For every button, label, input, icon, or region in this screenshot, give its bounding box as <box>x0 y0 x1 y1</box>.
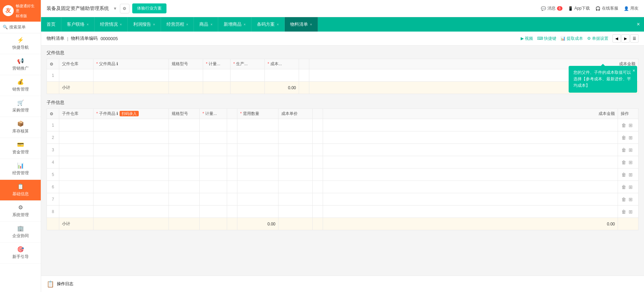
child-row-2-unit-price[interactable] <box>278 131 313 144</box>
prev-page-button[interactable]: ◀ <box>612 34 621 43</box>
child-row-6-copy-button[interactable]: ⊞ <box>628 184 633 190</box>
child-row-6-spec[interactable] <box>169 181 200 193</box>
child-row-2-warehouse[interactable] <box>59 131 94 144</box>
nav-tab-6[interactable]: 新增商品× <box>218 17 251 32</box>
trial-button[interactable]: 体验行业方案 <box>132 3 166 13</box>
child-row-4-warehouse[interactable] <box>59 156 94 168</box>
sidebar-item-inventory[interactable]: 📦库存核算 <box>0 117 41 138</box>
child-row-6-qty[interactable] <box>237 181 278 193</box>
sidebar-item-finance[interactable]: 💳资金管理 <box>0 138 41 159</box>
system-dropdown-icon[interactable]: ▼ <box>113 6 117 11</box>
sidebar-item-sales[interactable]: 💰销售管理 <box>0 75 41 96</box>
nav-tab-8[interactable]: 物料清单× <box>285 17 318 32</box>
child-row-6-unit-price[interactable] <box>278 181 313 193</box>
message-button[interactable]: 💬 消息 6 <box>541 5 562 11</box>
nav-tab-2[interactable]: 经营情况× <box>95 17 128 32</box>
child-row-3-warehouse[interactable] <box>59 144 94 156</box>
child-row-4-delete-button[interactable]: 🗑 <box>621 159 627 166</box>
child-row-2-qty[interactable] <box>237 131 278 144</box>
tab-close-8[interactable]: × <box>310 23 312 26</box>
child-row-5-delete-button[interactable]: 🗑 <box>621 171 627 178</box>
child-row-7-unit[interactable] <box>200 193 227 206</box>
settings-gear-button[interactable]: ⚙ <box>120 4 129 13</box>
child-row-1-qty[interactable] <box>237 119 278 131</box>
child-row-5-qty[interactable] <box>237 168 278 181</box>
nav-tab-5[interactable]: 商品× <box>194 17 218 32</box>
child-row-2-delete-button[interactable]: 🗑 <box>621 134 627 141</box>
child-row-7-warehouse[interactable] <box>59 193 94 206</box>
child-row-8-delete-button[interactable]: 🗑 <box>621 208 627 215</box>
child-row-7-product[interactable] <box>94 193 169 206</box>
child-row-8-product[interactable] <box>94 206 169 218</box>
tab-close-3[interactable]: × <box>153 23 155 26</box>
child-row-4-spec[interactable] <box>169 156 200 168</box>
parent-row-1-cost[interactable] <box>265 69 299 82</box>
child-row-8-warehouse[interactable] <box>59 206 94 218</box>
child-row-8-qty[interactable] <box>237 206 278 218</box>
child-row-1-copy-button[interactable]: ⊞ <box>628 122 633 129</box>
child-row-5-unit-price[interactable] <box>278 168 313 181</box>
child-row-1-warehouse[interactable] <box>59 119 94 131</box>
child-row-6-delete-button[interactable]: 🗑 <box>621 184 627 190</box>
child-row-4-product[interactable] <box>94 156 169 168</box>
search-menu[interactable]: 🔍 搜索菜单 <box>0 22 41 33</box>
child-row-7-unit-price[interactable] <box>278 193 313 206</box>
tab-close-6[interactable]: × <box>244 23 246 26</box>
user-menu[interactable]: 👤 用友 <box>624 5 639 11</box>
tab-close-2[interactable]: × <box>120 23 122 26</box>
nav-tab-7[interactable]: 条码方案× <box>251 17 285 32</box>
nav-tab-0[interactable]: 首页 <box>41 17 61 32</box>
child-row-1-delete-button[interactable]: 🗑 <box>621 122 627 129</box>
parent-row-1-unit[interactable] <box>203 69 231 82</box>
tab-close-5[interactable]: × <box>210 23 212 26</box>
parent-row-1-product[interactable] <box>94 69 169 82</box>
tab-close-7[interactable]: × <box>277 23 279 26</box>
sidebar-item-system[interactable]: ⚙系统管理 <box>0 201 41 222</box>
child-row-6-unit[interactable] <box>200 181 227 193</box>
app-download-button[interactable]: 📱 App下载 <box>568 5 590 11</box>
child-row-3-product[interactable] <box>94 144 169 156</box>
child-row-5-copy-button[interactable]: ⊞ <box>628 171 633 178</box>
nav-tab-3[interactable]: 利润报告× <box>128 17 161 32</box>
child-row-6-product[interactable] <box>94 181 169 193</box>
child-row-7-copy-button[interactable]: ⊞ <box>628 196 633 203</box>
child-row-8-unit[interactable] <box>200 206 227 218</box>
child-row-2-spec[interactable] <box>169 131 200 144</box>
sidebar-item-enterprise[interactable]: 🏢企业协同 <box>0 222 41 243</box>
parent-col-settings[interactable]: ⚙ <box>47 59 59 69</box>
child-row-3-unit[interactable] <box>200 144 227 156</box>
child-row-2-copy-button[interactable]: ⊞ <box>628 134 633 141</box>
child-row-3-delete-button[interactable]: 🗑 <box>621 147 627 153</box>
tab-close-1[interactable]: × <box>87 23 89 26</box>
child-row-8-copy-button[interactable]: ⊞ <box>628 208 633 215</box>
parent-row-1-warehouse[interactable] <box>59 69 94 82</box>
child-row-4-unit[interactable] <box>200 156 227 168</box>
child-row-3-unit-price[interactable] <box>278 144 313 156</box>
child-row-1-spec[interactable] <box>169 119 200 131</box>
child-row-7-qty[interactable] <box>237 193 278 206</box>
child-row-3-copy-button[interactable]: ⊞ <box>628 147 633 153</box>
child-row-7-delete-button[interactable]: 🗑 <box>621 196 627 203</box>
child-row-1-unit-price[interactable] <box>278 119 313 131</box>
sidebar-item-operations[interactable]: 📊经营管理 <box>0 159 41 180</box>
close-all-tabs-button[interactable]: × <box>633 19 644 30</box>
sidebar-item-purchase[interactable]: 🛒采购管理 <box>0 96 41 117</box>
nav-tab-4[interactable]: 经营历程× <box>161 17 194 32</box>
child-col-settings[interactable]: ⚙ <box>47 109 59 119</box>
sidebar-item-quick-nav[interactable]: ⚡快捷导航 <box>0 33 41 54</box>
log-label[interactable]: 操作日志 <box>57 281 73 287</box>
child-row-7-spec[interactable] <box>169 193 200 206</box>
tooltip-close-button[interactable]: × <box>632 67 635 74</box>
child-row-5-spec[interactable] <box>169 168 200 181</box>
child-row-1-unit[interactable] <box>200 119 227 131</box>
child-row-1-product[interactable] <box>94 119 169 131</box>
parent-row-1-spec[interactable] <box>169 69 203 82</box>
breadcrumb-page[interactable]: 物料清单 <box>47 35 64 42</box>
child-row-6-warehouse[interactable] <box>59 181 94 193</box>
child-row-8-unit-price[interactable] <box>278 206 313 218</box>
parent-row-1-production[interactable] <box>231 69 265 82</box>
child-row-4-copy-button[interactable]: ⊞ <box>628 159 633 166</box>
single-settings-button[interactable]: ⚙ 单据设置 <box>587 36 608 42</box>
child-row-3-qty[interactable] <box>237 144 278 156</box>
shortcut-button[interactable]: ⌨ 快捷键 <box>537 36 556 42</box>
